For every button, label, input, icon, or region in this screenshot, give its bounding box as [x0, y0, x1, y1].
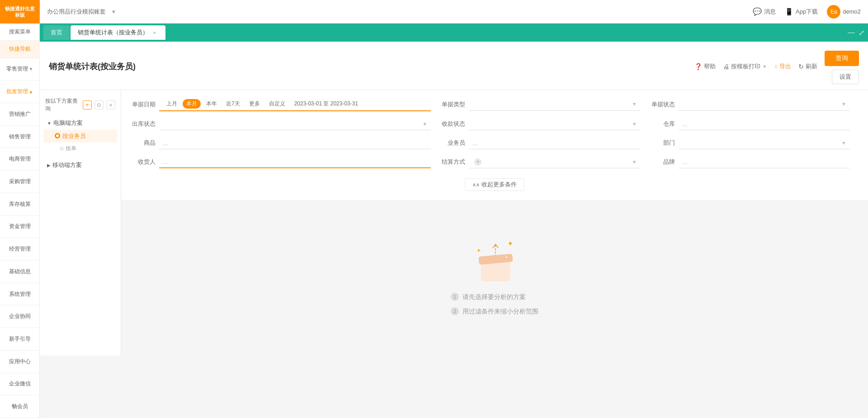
settings-plan-icon[interactable]: ⊙ [94, 100, 104, 109]
expand-icon[interactable]: ⤢ [859, 28, 864, 37]
settlement-select[interactable]: × ▼ [469, 156, 640, 168]
panel-title: 按以下方案查询 [45, 97, 83, 113]
tab-sales-stats[interactable]: 销货单统计表（按业务员） × [71, 25, 165, 40]
tab-bar: 首页 销货单统计表（按业务员） × — ⤢ [40, 24, 868, 42]
docstatus-select[interactable]: ▼ [679, 98, 850, 111]
sidebar-item-appstore[interactable]: 应用中心 [0, 351, 40, 373]
svg-point-1 [56, 134, 59, 137]
date-tab-custom[interactable]: 自定义 [265, 99, 289, 109]
collapse-panel-icon[interactable]: « [106, 100, 115, 109]
warehouse-label: 仓库 [650, 120, 675, 128]
left-panel: 按以下方案查询 + ⊙ « ▼ 电脑端方案 [40, 90, 121, 356]
doctype-select[interactable]: ▼ [469, 98, 640, 111]
warehouse-input[interactable]: ... [679, 118, 850, 130]
account-dropdown[interactable]: 办公用品行业模拟账套 [47, 8, 106, 16]
tabs-right-actions: — ⤢ [848, 28, 864, 37]
sub-icon: ⊙ [60, 146, 64, 152]
chevron-up-icon: ▲ [29, 89, 33, 94]
topbar: 办公用品行业模拟账套 ▼ 💬 消息 📱 App下载 Ea demo2 [40, 0, 868, 24]
refresh-button[interactable]: ↻ 刷新 [798, 62, 817, 71]
date-tab-lastmonth[interactable]: 上月 [163, 99, 181, 109]
empty-state: ✦ ✦ ✦ 1 请先选择要分析的方案 2 [442, 200, 547, 356]
date-tab-thisyear[interactable]: 本年 [203, 99, 221, 109]
add-plan-icon[interactable]: + [83, 100, 92, 109]
goods-label: 商品 [130, 139, 156, 147]
sidebar-item-finance[interactable]: 资金管理 [0, 216, 40, 238]
filter-docstatus: 单据状态 ▼ [650, 98, 859, 111]
sidebar-item-basic[interactable]: 基础信息 [0, 261, 40, 283]
phone-icon: 📱 [785, 8, 793, 16]
warehouse-dots-icon[interactable]: ... [682, 120, 688, 128]
brand-label: 品牌 [650, 158, 675, 166]
export-button[interactable]: ↑ 导出 [774, 62, 791, 71]
sidebar-item-wholesale[interactable]: 批发管理 ▲ [0, 81, 40, 103]
help-button[interactable]: ❓ 帮助 [694, 62, 716, 71]
content-area: 按以下方案查询 + ⊙ « ▼ 电脑端方案 [40, 90, 868, 356]
outstatus-select[interactable]: ▼ [159, 118, 431, 130]
date-tab-thismonth[interactable]: 本月 [183, 99, 201, 109]
sidebar-item-purchase[interactable]: 采购管理 [0, 171, 40, 193]
page-header: 销货单统计表(按业务员) ❓ 帮助 🖨 按模板打印 ▼ ↑ 导出 ↻ 刷新 [40, 42, 868, 90]
minimize-icon[interactable]: — [848, 28, 855, 37]
page-title: 销货单统计表(按业务员) [49, 61, 136, 72]
filter-brand: 品牌 ... [650, 156, 859, 168]
sidebar-item-ecommerce[interactable]: 电商管理 [0, 148, 40, 171]
settings-button[interactable]: 设置 [832, 70, 859, 84]
user-menu[interactable]: Ea demo2 [827, 5, 861, 19]
print-button[interactable]: 🖨 按模板打印 ▼ [723, 62, 767, 71]
salesman-dots-icon[interactable]: ... [472, 139, 478, 147]
settlement-clear-icon[interactable]: × [474, 158, 481, 166]
sidebar-item-wechat[interactable]: 企业微信 [0, 373, 40, 396]
date-tab-more[interactable]: 更多 [245, 99, 264, 109]
sidebar-item-marketing[interactable]: 营销推广 [0, 103, 40, 126]
tree-mobile-section[interactable]: ▶ 移动端方案 [43, 158, 117, 172]
filter-dept: 部门 ▼ [650, 137, 859, 149]
mobile-section-label: 移动端方案 [52, 161, 82, 169]
settlement-label: 结算方式 [440, 158, 465, 166]
tree-child-sub-order[interactable]: ⊙ 按单 [43, 142, 117, 155]
app-download-button[interactable]: 📱 App下载 [785, 8, 818, 16]
date-control[interactable]: 上月 本月 本年 近7天 更多 自定义 2023-03-01 至 2023-03… [159, 97, 431, 111]
page-content: 销货单统计表(按业务员) ❓ 帮助 🖨 按模板打印 ▼ ↑ 导出 ↻ 刷新 [40, 42, 868, 418]
sidebar-item-quicknav[interactable]: 快捷导航 [0, 41, 40, 58]
message-button[interactable]: 💬 消息 [753, 7, 776, 16]
receiptstatus-select[interactable]: ▼ [469, 118, 640, 130]
date-label: 单据日期 [130, 100, 156, 109]
sidebar-item-retail[interactable]: 零售管理 ▼ [0, 58, 40, 81]
tab-close-icon[interactable]: × [151, 29, 158, 36]
brand-dots-icon[interactable]: ... [682, 158, 688, 166]
sidebar-item-member[interactable]: 畅会员 [0, 395, 40, 418]
tab-home[interactable]: 首页 [43, 25, 70, 40]
consignee-input[interactable]: ... [159, 156, 431, 168]
receiptstatus-label: 收款状态 [440, 120, 465, 128]
tree-child-salesman[interactable]: 按业务员 [43, 130, 117, 142]
sidebar-item-newbie[interactable]: 新手引导 [0, 328, 40, 351]
sidebar-item-search[interactable]: 搜索菜单 [0, 24, 40, 41]
sidebar-item-corp[interactable]: 企业协同 [0, 305, 40, 328]
refresh-icon: ↻ [798, 63, 804, 70]
tree-pc-section[interactable]: ▼ 电脑端方案 [43, 116, 117, 130]
sidebar-item-sales[interactable]: 销售管理 [0, 126, 40, 148]
date-tab-last7[interactable]: 近7天 [222, 99, 244, 109]
empty-step1: 1 请先选择要分析的方案 [451, 290, 538, 303]
salesman-input[interactable]: ... [469, 137, 640, 149]
query-button[interactable]: 查询 [825, 51, 859, 66]
print-dropdown-icon[interactable]: ▼ [762, 64, 767, 69]
panel-header: 按以下方案查询 + ⊙ « [40, 95, 121, 116]
sidebar-item-stock[interactable]: 库存核算 [0, 193, 40, 216]
filter-consignee: 收货人 ... [130, 156, 440, 168]
date-tabs: 上月 本月 本年 近7天 更多 自定义 2023-03-01 至 2023-03… [163, 99, 358, 109]
dept-select[interactable]: ▼ [679, 137, 850, 149]
docstatus-arrow-icon: ▼ [841, 101, 846, 107]
sidebar-item-system[interactable]: 系统管理 [0, 283, 40, 306]
home-tab-label: 首页 [51, 28, 62, 37]
collapse-button[interactable]: ∧∧ 收起更多条件 [465, 178, 524, 191]
sidebar-item-operation[interactable]: 经营管理 [0, 238, 40, 261]
goods-input[interactable]: ... [159, 137, 431, 149]
goods-dots-icon[interactable]: ... [163, 139, 168, 147]
consignee-dots-icon[interactable]: ... [163, 158, 168, 165]
filter-row-1: 单据日期 上月 本月 本年 近7天 更多 自定义 2023-03-01 至 20… [130, 97, 859, 111]
brand-input[interactable]: ... [679, 156, 850, 168]
filter-goods: 商品 ... [130, 137, 440, 149]
salesman-label: 业务员 [440, 139, 465, 147]
